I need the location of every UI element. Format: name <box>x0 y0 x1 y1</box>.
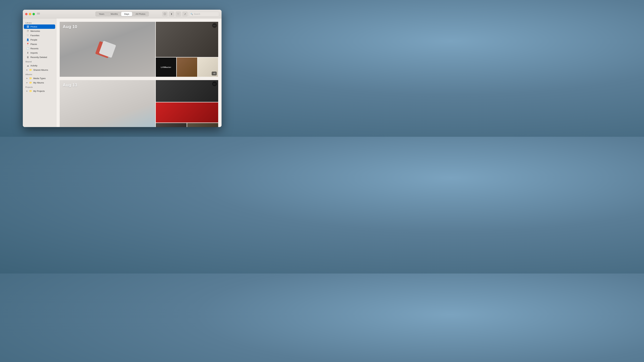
activity-icon: ☁ <box>26 64 29 67</box>
favorites-icon: ♡ <box>26 34 29 37</box>
photo-red-liftmaster[interactable] <box>156 102 218 122</box>
sidebar-item-my-projects[interactable]: ▶ 📁 My Projects <box>24 89 55 93</box>
more-options-badge-2[interactable]: ··· <box>212 81 217 86</box>
sidebar-item-label: Imports <box>30 52 38 54</box>
main-area: Library 🖼 Photos ⏱ Memories ♡ Favorites … <box>23 18 222 127</box>
search-placeholder: Search <box>194 13 200 15</box>
library-section-label: Library <box>23 20 56 24</box>
sidebar-toggle-icon <box>37 14 40 14</box>
sidebar-item-recently-deleted[interactable]: 🗑 Recently Deleted <box>24 55 55 59</box>
photo-tire[interactable]: ··· <box>156 80 218 102</box>
sidebar-item-shared-albums[interactable]: ▶ 📁 Shared Albums <box>24 68 55 72</box>
albums-section-label: Albums <box>23 72 56 76</box>
shared-section-label: Shared <box>23 59 56 63</box>
tab-days[interactable]: Days <box>121 12 132 16</box>
extra-photos-badge: +6 <box>212 71 217 75</box>
photos-icon: 🖼 <box>26 25 29 28</box>
sidebar-item-my-albums[interactable]: ▶ 📁 My Albums <box>24 80 55 85</box>
sidebar-item-favorites[interactable]: ♡ Favorites <box>24 33 55 37</box>
trash-icon: 🗑 <box>26 56 29 58</box>
search-bar[interactable]: 🔍 Search <box>189 12 219 16</box>
aug10-date-label: Aug 10 <box>63 24 77 29</box>
maximize-button[interactable] <box>32 13 35 15</box>
info-button[interactable]: ⓘ <box>162 11 168 17</box>
sidebar-item-people[interactable]: 👤 People <box>24 37 55 42</box>
close-button[interactable] <box>25 13 28 15</box>
liftmaster-text: LiftMaster <box>161 66 172 68</box>
photo-aug10-desk[interactable]: ··· <box>156 22 218 57</box>
aug13-bottom-pair <box>156 123 218 127</box>
minimize-button[interactable] <box>29 13 31 15</box>
memories-icon: ⏱ <box>26 30 29 32</box>
sidebar-item-photos[interactable]: 🖼 Photos <box>24 24 55 29</box>
photo-brown[interactable] <box>177 57 197 77</box>
sidebar-item-label: Recents <box>30 47 38 50</box>
photo-liftmaster-black[interactable]: LiftMaster <box>156 57 176 77</box>
sidebar-item-label: My Albums <box>33 81 44 84</box>
search-icon: 🔍 <box>190 13 193 15</box>
photo-dark1[interactable] <box>156 123 187 127</box>
sidebar-item-label: Photos <box>30 25 37 28</box>
my-albums-icon: 📁 <box>29 81 32 84</box>
day-group-aug10: Aug 10 ··· LiftMaster <box>60 22 218 77</box>
sidebar-item-label: Media Types <box>33 77 46 80</box>
day-group-aug13: Aug 13 ··· <box>60 80 218 127</box>
photo-dark2[interactable] <box>187 123 218 127</box>
sidebar-item-label: People <box>30 38 37 41</box>
titlebar-actions: ⓘ ⬆ ♡ ↗ 🔍 Search <box>162 11 219 17</box>
tab-all-photos[interactable]: All Photos <box>132 12 148 16</box>
titlebar: Years Months Days All Photos ⓘ ⬆ ♡ ↗ 🔍 S… <box>23 10 222 18</box>
my-projects-icon: 📁 <box>29 90 32 92</box>
photos-app-window: Years Months Days All Photos ⓘ ⬆ ♡ ↗ 🔍 S… <box>23 10 222 127</box>
sidebar-item-places[interactable]: 📍 Places <box>24 42 55 46</box>
aug13-right-col: ··· <box>156 80 218 127</box>
aug10-bottom-strip: LiftMaster +6 <box>156 57 218 77</box>
more-options-badge[interactable]: ··· <box>212 23 217 28</box>
share-button[interactable]: ⬆ <box>169 11 174 17</box>
sidebar-item-label: Shared Albums <box>33 69 48 71</box>
recents-icon: 🕐 <box>26 47 29 50</box>
sidebar-item-label: Places <box>30 43 37 45</box>
photo-aug10-main[interactable]: Aug 10 <box>60 22 156 77</box>
sidebar-item-media-types[interactable]: ▶ 📁 Media Types <box>24 76 55 80</box>
aug13-date-label: Aug 13 <box>63 82 77 88</box>
shared-albums-icon: 📁 <box>29 68 32 71</box>
projects-section-label: Projects <box>23 85 56 89</box>
places-icon: 📍 <box>26 43 29 45</box>
aug10-grid: Aug 10 ··· LiftMaster <box>60 22 218 77</box>
sidebar: Library 🖼 Photos ⏱ Memories ♡ Favorites … <box>23 18 56 127</box>
expand-arrow-icon: ▶ <box>26 69 28 71</box>
export-button[interactable]: ↗ <box>182 11 188 17</box>
view-tabs: Years Months Days All Photos <box>95 11 149 16</box>
sidebar-toggle-button[interactable] <box>37 13 40 15</box>
sidebar-item-activity[interactable]: ☁ Activity <box>24 63 55 68</box>
sidebar-item-memories[interactable]: ⏱ Memories <box>24 29 55 33</box>
tab-years[interactable]: Years <box>96 12 107 16</box>
sidebar-item-label: Memories <box>30 30 40 32</box>
tab-months[interactable]: Months <box>108 12 121 16</box>
photo-bottles[interactable]: +6 <box>198 57 218 77</box>
people-icon: 👤 <box>26 38 29 41</box>
sidebar-item-label: Recently Deleted <box>30 56 47 58</box>
traffic-lights <box>25 13 35 15</box>
expand-arrow-icon: ▶ <box>26 82 28 83</box>
sidebar-item-recents[interactable]: 🕐 Recents <box>24 46 55 51</box>
imports-icon: ⬇ <box>26 51 29 54</box>
sidebar-toggle-icon <box>37 13 40 13</box>
photos-content: Aug 10 ··· LiftMaster <box>56 18 222 127</box>
favorite-button[interactable]: ♡ <box>176 11 181 17</box>
sidebar-item-label: My Projects <box>33 90 45 92</box>
expand-arrow-icon: ▶ <box>26 77 28 79</box>
sidebar-item-label: Favorites <box>30 34 40 37</box>
expand-arrow-icon: ▶ <box>26 90 28 92</box>
photo-aug13-car[interactable]: Aug 13 <box>60 80 156 127</box>
aug13-grid: Aug 13 ··· <box>60 80 218 127</box>
media-types-icon: 📁 <box>29 77 32 80</box>
sidebar-item-imports[interactable]: ⬇ Imports <box>24 51 55 55</box>
sidebar-item-label: Activity <box>30 64 38 67</box>
scroll-container: Aug 10 ··· LiftMaster <box>56 18 222 127</box>
